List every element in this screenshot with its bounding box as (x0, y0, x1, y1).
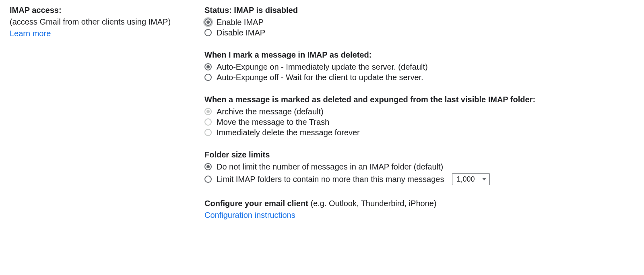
disable-imap-option[interactable]: Disable IMAP (204, 29, 644, 37)
auto-expunge-heading: When I mark a message in IMAP as deleted… (204, 50, 644, 60)
trash-label: Move the message to the Trash (217, 118, 329, 126)
imap-access-settings: Status: IMAP is disabled Enable IMAP Dis… (204, 6, 644, 220)
imap-status-heading: Status: IMAP is disabled (204, 6, 644, 15)
radio-icon (204, 163, 212, 170)
folder-size-limits-group: Folder size limits Do not limit the numb… (204, 150, 644, 185)
delete-forever-option: Immediately delete the message forever (204, 128, 644, 136)
auto-expunge-off-option[interactable]: Auto-Expunge off - Wait for the client t… (204, 73, 644, 81)
limit-label: Limit IMAP folders to contain no more th… (217, 175, 444, 183)
enable-imap-option[interactable]: Enable IMAP (204, 18, 644, 26)
delete-forever-label: Immediately delete the message forever (217, 128, 360, 136)
configure-client-group: Configure your email client (e.g. Outloo… (204, 199, 644, 220)
auto-expunge-group: When I mark a message in IMAP as deleted… (204, 50, 644, 81)
imap-status-group: Status: IMAP is disabled Enable IMAP Dis… (204, 6, 644, 37)
enable-imap-label: Enable IMAP (217, 18, 264, 26)
radio-icon (204, 118, 212, 126)
radio-icon (204, 108, 212, 115)
folder-limit-value: 1,000 (456, 176, 475, 183)
folder-limit-select[interactable]: 1,000 (452, 173, 489, 185)
configuration-instructions-link[interactable]: Configuration instructions (204, 211, 295, 220)
configure-client-heading: Configure your email client (e.g. Outloo… (204, 199, 644, 208)
radio-icon (204, 29, 212, 36)
configure-client-title: Configure your email client (204, 199, 308, 208)
imap-access-section-left: IMAP access: (access Gmail from other cl… (10, 6, 204, 38)
expunge-handling-group: When a message is marked as deleted and … (204, 95, 644, 136)
archive-label: Archive the message (default) (217, 108, 324, 116)
radio-icon (204, 63, 212, 70)
radio-icon (204, 129, 212, 136)
auto-expunge-on-option[interactable]: Auto-Expunge on - Immediately update the… (204, 63, 644, 71)
learn-more-link[interactable]: Learn more (10, 29, 51, 38)
archive-option: Archive the message (default) (204, 108, 644, 116)
auto-expunge-on-label: Auto-Expunge on - Immediately update the… (217, 63, 428, 71)
radio-icon (204, 74, 212, 81)
folder-size-limits-heading: Folder size limits (204, 150, 644, 159)
disable-imap-label: Disable IMAP (217, 29, 265, 37)
radio-icon (204, 176, 212, 183)
expunge-handling-heading: When a message is marked as deleted and … (204, 95, 644, 104)
imap-access-title: IMAP access: (10, 6, 195, 15)
chevron-down-icon (482, 178, 486, 180)
limit-option[interactable]: Limit IMAP folders to contain no more th… (204, 173, 644, 185)
imap-access-subtitle: (access Gmail from other clients using I… (10, 17, 195, 27)
no-limit-option[interactable]: Do not limit the number of messages in a… (204, 163, 644, 171)
no-limit-label: Do not limit the number of messages in a… (217, 163, 443, 171)
auto-expunge-off-label: Auto-Expunge off - Wait for the client t… (217, 73, 423, 81)
radio-icon (204, 19, 212, 26)
configure-client-examples: (e.g. Outlook, Thunderbird, iPhone) (308, 199, 437, 208)
trash-option: Move the message to the Trash (204, 118, 644, 126)
